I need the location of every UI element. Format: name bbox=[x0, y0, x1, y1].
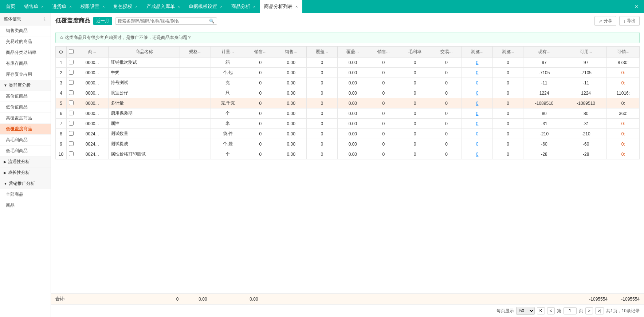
sidebar-item-with-stock[interactable]: 有库存商品 bbox=[0, 58, 51, 69]
td-checkbox[interactable] bbox=[67, 149, 76, 159]
browse-link[interactable]: 0 bbox=[476, 80, 479, 86]
close-icon[interactable]: × bbox=[253, 0, 255, 13]
close-icon[interactable]: × bbox=[220, 0, 222, 13]
td-checkbox[interactable] bbox=[67, 98, 76, 108]
browse-link[interactable]: 0 bbox=[476, 70, 479, 75]
browse-link[interactable]: 0 bbox=[476, 91, 479, 96]
next-page-button[interactable]: > bbox=[585, 307, 593, 314]
table-wrapper[interactable]: ⚙ 商... 商品名称 规格... 计量... 销售... 销售... 覆盖..… bbox=[51, 46, 644, 293]
last-page-button[interactable]: >| bbox=[595, 307, 604, 314]
nav-item-analysis[interactable]: 商品分析 × bbox=[227, 0, 260, 13]
th-browse2[interactable]: 浏览... bbox=[492, 47, 523, 58]
td-checkbox[interactable] bbox=[67, 108, 76, 119]
row-checkbox[interactable] bbox=[69, 131, 74, 136]
th-checkbox[interactable] bbox=[67, 47, 76, 58]
browse-link[interactable]: 0 bbox=[476, 101, 479, 106]
search-input[interactable] bbox=[118, 19, 209, 24]
row-checkbox[interactable] bbox=[69, 100, 74, 105]
nav-item-sales[interactable]: 销售单 × bbox=[20, 0, 48, 13]
td-browse1[interactable]: 0 bbox=[462, 88, 493, 98]
td-checkbox[interactable] bbox=[67, 88, 76, 98]
td-checkbox[interactable] bbox=[67, 78, 76, 88]
browse-link[interactable]: 0 bbox=[476, 121, 479, 126]
td-browse1[interactable]: 0 bbox=[462, 58, 493, 68]
th-name[interactable]: 商品名称 bbox=[109, 47, 180, 58]
td-browse1[interactable]: 0 bbox=[462, 119, 493, 129]
prev-page-button[interactable]: < bbox=[547, 307, 555, 314]
sidebar-item-stock-capital[interactable]: 库存资金占用 bbox=[0, 69, 51, 80]
row-checkbox[interactable] bbox=[69, 141, 74, 146]
th-sales-qty[interactable]: 销售... bbox=[245, 47, 276, 58]
browse-link[interactable]: 0 bbox=[476, 131, 479, 136]
per-page-select[interactable]: 50 20 100 bbox=[516, 307, 535, 315]
nav-item-analysis-list[interactable]: 商品分析列表 × bbox=[260, 0, 302, 13]
th-spec[interactable]: 规格... bbox=[180, 47, 211, 58]
browse-link[interactable]: 0 bbox=[476, 111, 479, 116]
td-browse1[interactable]: 0 bbox=[462, 149, 493, 159]
sidebar-item-low-margin[interactable]: 低毛利商品 bbox=[0, 146, 51, 156]
sidebar-item-high-margin[interactable]: 高毛利商品 bbox=[0, 135, 51, 146]
th-gross-rate[interactable]: 毛利率 bbox=[399, 47, 431, 58]
sidebar-item-sales-goods[interactable]: 销售类商品 bbox=[0, 25, 51, 36]
nav-item-finished-goods[interactable]: 产成品入库单 × bbox=[142, 0, 184, 13]
sidebar-item-high-coverage[interactable]: 高覆盖度商品 bbox=[0, 113, 51, 124]
th-sales-amt[interactable]: 销售... bbox=[276, 47, 307, 58]
sidebar-section-circulation[interactable]: ▶ 流通性分析 bbox=[0, 156, 51, 167]
browse-link[interactable]: 0 bbox=[476, 60, 479, 65]
td-checkbox[interactable] bbox=[67, 129, 76, 139]
sidebar-section-group-analysis[interactable]: ▼ 类群度分析 bbox=[0, 80, 51, 91]
close-icon[interactable]: × bbox=[41, 0, 43, 13]
nav-item-template[interactable]: 单据模板设置 × bbox=[184, 0, 227, 13]
row-checkbox[interactable] bbox=[69, 111, 74, 115]
td-browse1[interactable]: 0 bbox=[462, 108, 493, 119]
close-icon[interactable]: × bbox=[69, 0, 71, 13]
row-checkbox[interactable] bbox=[69, 151, 74, 156]
close-icon[interactable]: × bbox=[295, 0, 298, 13]
row-checkbox[interactable] bbox=[69, 90, 74, 95]
td-browse1[interactable]: 0 bbox=[462, 98, 493, 108]
row-checkbox[interactable] bbox=[69, 70, 74, 75]
sidebar-section-growth[interactable]: ▶ 成长性分析 bbox=[0, 167, 51, 178]
td-checkbox[interactable] bbox=[67, 139, 76, 149]
page-number-input[interactable] bbox=[564, 307, 577, 314]
sidebar-item-low-value[interactable]: 低价值商品 bbox=[0, 102, 51, 113]
td-browse1[interactable]: 0 bbox=[462, 78, 493, 88]
nav-item-home[interactable]: 首页 bbox=[1, 0, 20, 13]
th-code[interactable]: 商... bbox=[76, 47, 109, 58]
sidebar-item-category-activity[interactable]: 商品分类动销率 bbox=[0, 47, 51, 58]
browse-link[interactable]: 0 bbox=[476, 152, 479, 157]
th-sellable[interactable]: 可销... bbox=[607, 47, 640, 58]
browse-link[interactable]: 0 bbox=[476, 142, 479, 147]
th-unit[interactable]: 计量... bbox=[211, 47, 245, 58]
sidebar-item-high-value[interactable]: 高价值商品 bbox=[0, 91, 51, 102]
close-icon[interactable]: × bbox=[178, 0, 180, 13]
search-box[interactable]: 🔍 bbox=[115, 17, 217, 25]
nav-item-roles[interactable]: 角色授权 × bbox=[109, 0, 142, 13]
td-checkbox[interactable] bbox=[67, 68, 76, 78]
th-coverage2[interactable]: 覆盖... bbox=[337, 47, 368, 58]
td-checkbox[interactable] bbox=[67, 119, 76, 129]
row-checkbox[interactable] bbox=[69, 60, 74, 64]
th-settings[interactable]: ⚙ bbox=[56, 47, 67, 58]
sidebar-item-new-goods[interactable]: 新品 bbox=[0, 200, 51, 211]
td-browse1[interactable]: 0 bbox=[462, 129, 493, 139]
period-button[interactable]: 近一月 bbox=[93, 17, 112, 25]
settings-icon[interactable]: ⚙ bbox=[59, 49, 63, 55]
close-icon[interactable]: × bbox=[102, 0, 105, 13]
sidebar-item-low-coverage[interactable]: 低覆盖度商品 bbox=[0, 124, 51, 135]
close-icon[interactable]: × bbox=[135, 0, 137, 13]
td-browse1[interactable]: 0 bbox=[462, 139, 493, 149]
sidebar-item-traded-goods[interactable]: 交易过的商品 bbox=[0, 36, 51, 47]
th-available[interactable]: 可用... bbox=[565, 47, 607, 58]
sidebar-collapse-button[interactable]: 《 bbox=[40, 16, 47, 22]
th-coverage1[interactable]: 覆盖... bbox=[307, 47, 338, 58]
td-browse1[interactable]: 0 bbox=[462, 68, 493, 78]
share-button[interactable]: ↗ 分享 bbox=[594, 16, 616, 26]
nav-item-purchase[interactable]: 进货单 × bbox=[48, 0, 76, 13]
nav-item-permissions[interactable]: 权限设置 × bbox=[76, 0, 109, 13]
th-trade[interactable]: 交易... bbox=[431, 47, 462, 58]
export-button[interactable]: ↓ 导出 bbox=[619, 16, 640, 26]
th-sales2[interactable]: 销售... bbox=[368, 47, 399, 58]
th-browse1[interactable]: 浏览... bbox=[462, 47, 493, 58]
sidebar-item-all-goods[interactable]: 全部商品 bbox=[0, 189, 51, 200]
